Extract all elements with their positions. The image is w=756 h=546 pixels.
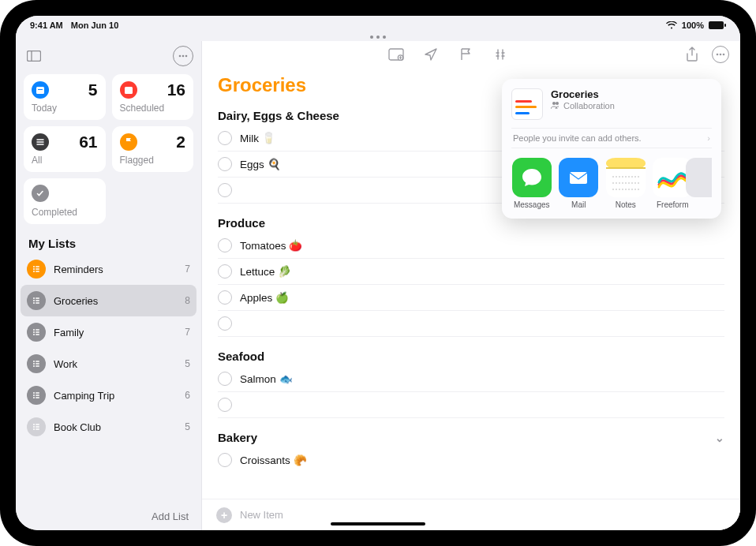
flag-icon[interactable] [457, 46, 474, 63]
svg-rect-7 [36, 87, 44, 94]
svg-point-40 [33, 424, 35, 425]
section-title: Seafood [218, 350, 264, 363]
section-header[interactable]: Bakery⌄ [218, 431, 724, 444]
sidebar-list-label: Book Club [54, 421, 177, 433]
svg-point-5 [182, 55, 185, 58]
card-flagged[interactable]: 2 Flagged [112, 126, 194, 172]
card-all-count: 61 [79, 133, 97, 151]
more-icon[interactable] [173, 46, 193, 66]
checkbox-icon[interactable] [218, 238, 232, 252]
share-app-notes[interactable]: Notes [605, 158, 646, 209]
card-completed[interactable]: Completed [24, 178, 106, 224]
sidebar-list-book-club[interactable]: Book Club5 [16, 411, 201, 443]
checkbox-icon[interactable] [218, 264, 232, 279]
share-app-label: Freeform [657, 200, 689, 209]
svg-point-4 [179, 55, 182, 58]
chevron-down-icon: ⌄ [715, 432, 724, 444]
sidebar-list-camping-trip[interactable]: Camping Trip6 [16, 380, 201, 411]
checkbox-icon[interactable] [218, 183, 232, 197]
home-indicator[interactable] [331, 522, 425, 525]
sidebar-list-label: Work [54, 358, 177, 370]
svg-point-30 [33, 363, 35, 365]
reminder-row[interactable]: Apples 🍏 [218, 285, 724, 311]
reminder-text: Tomatoes 🍅 [240, 239, 302, 252]
share-icon[interactable] [683, 46, 701, 63]
reminder-row-empty[interactable] [218, 311, 724, 337]
checkbox-icon[interactable] [218, 131, 232, 145]
share-app-messages[interactable]: Messages [511, 158, 552, 209]
multitask-dots[interactable] [16, 33, 740, 41]
sidebar: 5 Today 16 Scheduled 6 [16, 41, 202, 530]
reminder-row[interactable]: Lettuce 🥬 [218, 259, 724, 285]
sidebar-list-family[interactable]: Family7 [16, 316, 201, 348]
svg-rect-37 [36, 395, 39, 395]
reminder-text: Salmon 🐟 [240, 372, 293, 385]
svg-point-38 [33, 397, 35, 398]
reminder-text: Lettuce 🥬 [240, 265, 291, 278]
sidebar-list-count: 5 [185, 421, 190, 432]
svg-rect-1 [724, 24, 726, 27]
share-permissions-row[interactable]: People you invite can add others. › [511, 128, 712, 148]
svg-rect-41 [36, 424, 39, 424]
share-permissions-label: People you invite can add others. [513, 133, 642, 143]
svg-rect-25 [36, 331, 39, 332]
checkbox-icon[interactable] [218, 398, 232, 412]
svg-rect-35 [36, 392, 39, 393]
sidebar-list-count: 7 [185, 327, 190, 338]
share-app-overflow[interactable] [699, 158, 712, 209]
svg-point-36 [33, 395, 35, 396]
checkbox-icon[interactable] [218, 316, 232, 331]
checkbox-icon[interactable] [218, 157, 232, 171]
checkbox-icon[interactable] [218, 290, 232, 305]
notes-app-icon [606, 158, 646, 197]
sidebar-list-label: Groceries [54, 295, 177, 307]
section-header[interactable]: Seafood [218, 350, 724, 363]
svg-rect-23 [36, 329, 39, 330]
main-more-icon[interactable] [712, 46, 729, 63]
svg-rect-0 [709, 21, 724, 29]
reminder-row[interactable]: Salmon 🐟 [218, 366, 724, 392]
svg-rect-33 [36, 365, 39, 366]
svg-point-18 [33, 300, 35, 301]
svg-point-32 [33, 365, 35, 367]
svg-point-51 [552, 102, 556, 105]
toggle-sidebar-icon[interactable] [24, 46, 44, 66]
reminder-row-empty[interactable] [218, 392, 724, 418]
card-today[interactable]: 5 Today [24, 74, 106, 120]
share-app-label: Messages [514, 200, 550, 209]
sidebar-list-work[interactable]: Work5 [16, 348, 201, 380]
reminder-row[interactable]: Tomatoes 🍅 [218, 233, 724, 259]
sidebar-list-count: 7 [185, 264, 190, 275]
svg-rect-31 [36, 363, 39, 364]
location-icon[interactable] [422, 46, 440, 63]
wifi-icon [666, 21, 677, 29]
svg-rect-56 [606, 167, 646, 169]
plus-icon: + [216, 507, 232, 523]
reminder-text: Eggs 🍳 [240, 158, 281, 170]
card-scheduled[interactable]: 16 Scheduled [112, 74, 194, 120]
new-item-button[interactable]: + New Item [202, 499, 740, 530]
checkbox-icon[interactable] [218, 372, 232, 386]
card-scheduled-label: Scheduled [120, 103, 186, 114]
card-today-count: 5 [88, 80, 98, 99]
reminder-row[interactable]: Croissants 🥐 [218, 447, 724, 473]
tag-icon[interactable] [492, 46, 509, 63]
list-bullet-icon [27, 323, 46, 342]
card-today-label: Today [32, 103, 98, 114]
new-item-label: New Item [240, 509, 283, 521]
template-icon[interactable] [387, 46, 405, 63]
svg-point-48 [717, 54, 719, 56]
checkbox-icon[interactable] [218, 453, 232, 467]
svg-rect-29 [36, 361, 39, 361]
sidebar-list-groceries[interactable]: Groceries8 [21, 285, 196, 316]
add-list-button[interactable]: Add List [16, 503, 201, 530]
svg-rect-15 [36, 271, 39, 271]
card-all[interactable]: 61 All [24, 126, 106, 172]
sidebar-list-reminders[interactable]: Reminders7 [16, 253, 201, 285]
share-app-label: Notes [616, 200, 636, 209]
svg-point-52 [556, 102, 559, 105]
main-panel: Groceries Dairy, Eggs & CheeseMilk 🥛Eggs… [202, 41, 740, 530]
svg-rect-45 [36, 428, 39, 429]
sidebar-list-label: Reminders [54, 264, 177, 275]
share-app-mail[interactable]: Mail [559, 158, 600, 209]
